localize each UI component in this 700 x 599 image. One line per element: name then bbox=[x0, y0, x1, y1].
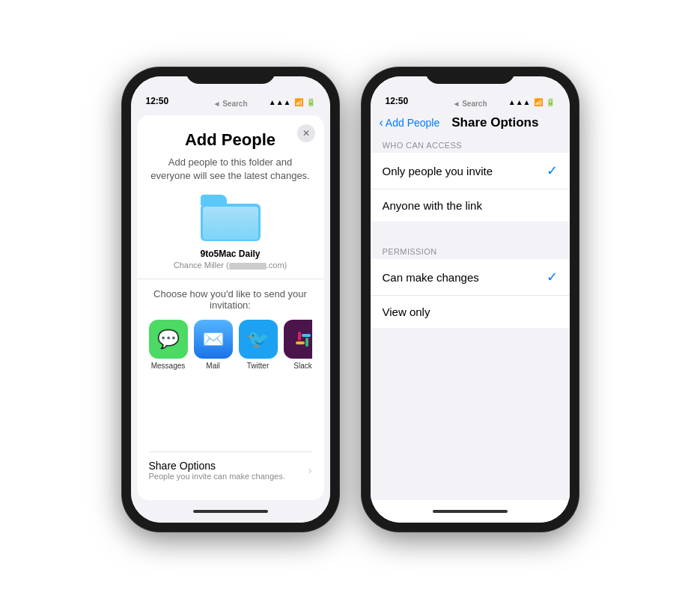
slack-label: Slack bbox=[293, 362, 311, 370]
battery-icon-2: 🔋 bbox=[546, 98, 555, 106]
signal-icon: ▲▲▲ bbox=[269, 98, 291, 106]
notch-1 bbox=[186, 67, 276, 84]
view-only-item[interactable]: View only bbox=[371, 296, 570, 328]
nav-bar: ‹ Add People Share Options bbox=[371, 109, 570, 136]
share-options-sub: People you invite can make changes. bbox=[149, 472, 285, 481]
twitter-label: Twitter bbox=[247, 362, 269, 370]
invite-label: Choose how you'd like to send your invit… bbox=[149, 288, 312, 311]
redacted-email bbox=[229, 263, 267, 270]
share-options-title: Share Options bbox=[149, 460, 285, 472]
app-messages[interactable]: 💬 Messages bbox=[149, 320, 188, 370]
twitter-icon: 🐦 bbox=[239, 320, 278, 359]
phone-2: 12:50 ◄ Search ▲▲▲ 📶 🔋 ‹ Add People Shar… bbox=[362, 67, 579, 532]
home-indicator-1 bbox=[193, 510, 268, 513]
modal-card: ✕ Add People Add people to this folder a… bbox=[137, 115, 324, 500]
share-options-screen: ‹ Add People Share Options WHO CAN ACCES… bbox=[371, 109, 570, 500]
messages-icon: 💬 bbox=[149, 320, 188, 359]
folder-icon bbox=[201, 195, 261, 241]
nav-bar-title: Share Options bbox=[451, 115, 538, 130]
share-options-text: Share Options People you invite can make… bbox=[149, 460, 285, 481]
battery-icon: 🔋 bbox=[306, 98, 315, 106]
only-people-label: Only people you invite bbox=[383, 165, 493, 177]
share-options-chevron: › bbox=[308, 464, 312, 476]
add-people-screen: ✕ Add People Add people to this folder a… bbox=[131, 109, 330, 500]
modal-subtitle: Add people to this folder and everyone w… bbox=[149, 156, 312, 183]
mail-icon: ✉️ bbox=[194, 320, 233, 359]
status-time-1: 12:50 bbox=[146, 96, 169, 106]
status-search-1: ◄ Search bbox=[213, 100, 247, 108]
wifi-icon-2: 📶 bbox=[534, 98, 543, 106]
back-button[interactable]: ‹ Add People bbox=[380, 116, 440, 130]
status-icons-2: ▲▲▲ 📶 🔋 bbox=[508, 98, 555, 106]
who-can-access-group: Only people you invite ✓ Anyone with the… bbox=[371, 153, 570, 222]
status-search-2: ◄ Search bbox=[452, 100, 487, 108]
back-label: Add People bbox=[386, 117, 439, 129]
can-make-changes-label: Can make changes bbox=[383, 271, 479, 284]
share-options-row[interactable]: Share Options People you invite can make… bbox=[149, 451, 312, 488]
remaining-space bbox=[371, 328, 570, 500]
back-chevron-icon: ‹ bbox=[380, 116, 383, 130]
can-make-changes-checkmark: ✓ bbox=[547, 269, 558, 285]
home-bar-2 bbox=[371, 500, 570, 523]
app-slack[interactable]: Slack bbox=[284, 320, 312, 370]
modal-title: Add People bbox=[149, 130, 312, 150]
anyone-link-item[interactable]: Anyone with the link bbox=[371, 189, 570, 222]
folder-inner bbox=[203, 207, 258, 240]
app-twitter[interactable]: 🐦 Twitter bbox=[239, 320, 278, 370]
can-make-changes-item[interactable]: Can make changes ✓ bbox=[371, 259, 570, 296]
mail-label: Mail bbox=[206, 362, 219, 370]
home-indicator-2 bbox=[433, 510, 508, 513]
app-mail[interactable]: ✉️ Mail bbox=[194, 320, 233, 370]
app-row: 💬 Messages ✉️ Mail 🐦 Twitter bbox=[149, 320, 312, 370]
phone-1: 12:50 ◄ Search ▲▲▲ 📶 🔋 ✕ Add People Add … bbox=[122, 67, 339, 532]
folder-user: Chance Miller (.com) bbox=[149, 261, 312, 270]
svg-rect-1 bbox=[305, 338, 308, 347]
folder-body bbox=[201, 204, 261, 241]
home-bar-1 bbox=[131, 500, 330, 523]
close-button[interactable]: ✕ bbox=[297, 124, 315, 142]
notch-2 bbox=[425, 67, 515, 84]
permission-header: PERMISSION bbox=[371, 243, 570, 259]
only-people-checkmark: ✓ bbox=[547, 162, 558, 179]
status-icons-1: ▲▲▲ 📶 🔋 bbox=[269, 98, 315, 106]
svg-rect-3 bbox=[302, 334, 311, 337]
section-gap-1 bbox=[371, 222, 570, 243]
divider-1 bbox=[137, 279, 324, 279]
messages-label: Messages bbox=[151, 362, 186, 370]
permission-group: Can make changes ✓ View only bbox=[371, 259, 570, 328]
status-time-2: 12:50 bbox=[386, 96, 409, 106]
who-can-access-header: WHO CAN ACCESS bbox=[371, 136, 570, 153]
signal-icon-2: ▲▲▲ bbox=[508, 98, 531, 106]
wifi-icon: 📶 bbox=[294, 98, 303, 106]
view-only-label: View only bbox=[383, 305, 430, 318]
svg-rect-0 bbox=[298, 332, 301, 341]
folder-name: 9to5Mac Daily bbox=[149, 249, 312, 259]
only-people-item[interactable]: Only people you invite ✓ bbox=[371, 153, 570, 189]
slack-icon bbox=[284, 320, 312, 359]
anyone-link-label: Anyone with the link bbox=[383, 199, 482, 212]
svg-rect-2 bbox=[296, 341, 305, 344]
